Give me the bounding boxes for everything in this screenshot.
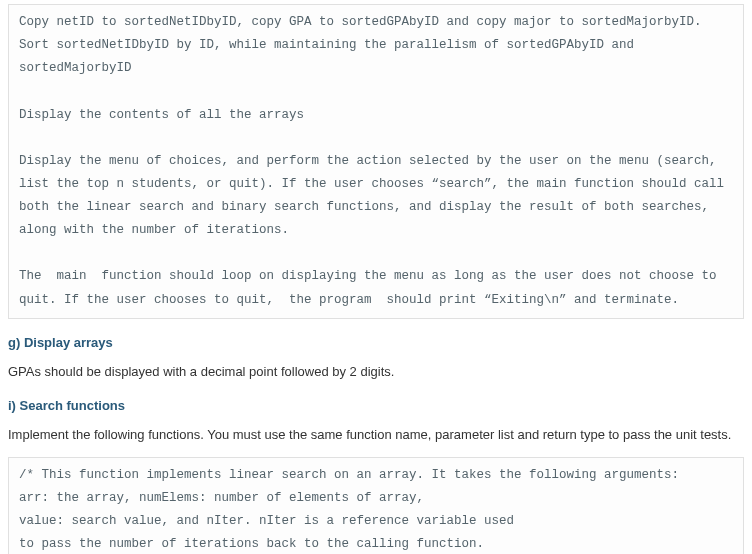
code-paragraph: Display the contents of all the arrays [19, 108, 304, 122]
section-heading-i: i) Search functions [8, 396, 744, 416]
code-line: value: search value, and nIter. nIter is… [19, 514, 514, 528]
section-text-g: GPAs should be displayed with a decimal … [8, 362, 744, 382]
code-block-main-description: Copy netID to sortedNetIDbyID, copy GPA … [8, 4, 744, 319]
code-line: arr: the array, numElems: number of elem… [19, 491, 424, 505]
section-heading-g: g) Display arrays [8, 333, 744, 353]
code-paragraph: The main function should loop on display… [19, 269, 724, 306]
code-paragraph: Copy netID to sortedNetIDbyID, copy GPA … [19, 15, 709, 75]
code-paragraph: Display the menu of choices, and perform… [19, 154, 732, 237]
section-text-i: Implement the following functions. You m… [8, 425, 744, 445]
code-line: /* This function implements linear searc… [19, 468, 679, 482]
code-block-linear-search: /* This function implements linear searc… [8, 457, 744, 554]
code-line: to pass the number of iterations back to… [19, 537, 484, 551]
